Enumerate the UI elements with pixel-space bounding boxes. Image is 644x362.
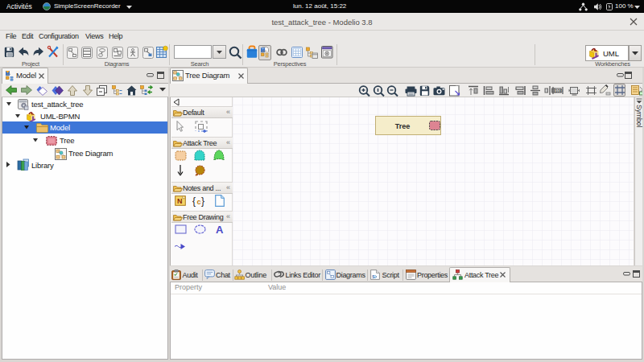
svg-text:}: } <box>201 195 204 207</box>
svg-text:{: { <box>192 195 196 207</box>
svg-text:s: s <box>372 274 375 279</box>
svg-text:A: A <box>216 224 224 236</box>
svg-text:100: 100 <box>555 88 563 93</box>
svg-text:Tree: Tree <box>395 122 411 130</box>
svg-text:N: N <box>177 197 183 205</box>
svg-text:c: c <box>197 198 201 206</box>
